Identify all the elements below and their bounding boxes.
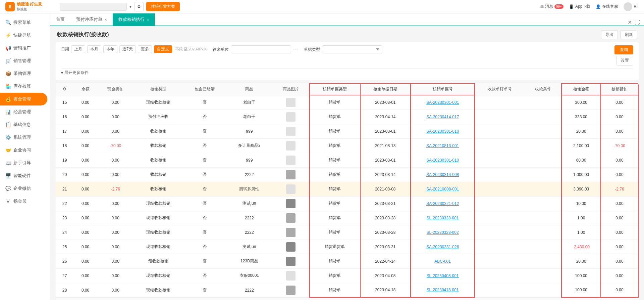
dots-separator: ··· [293, 47, 299, 52]
trial-button[interactable]: 体验行业方案 [146, 2, 180, 11]
setting-button[interactable]: 设置 [616, 56, 633, 66]
enterprise-icon: 🤝 [5, 147, 11, 153]
table-row: 200.000.00收款核销否2222销货单2023-03-14SA-20230… [56, 167, 638, 182]
cancel-bill-no-link[interactable]: SL-20230418-001 [427, 288, 459, 292]
row-number: 27 [56, 268, 73, 283]
date-custom-btn[interactable]: 自定义 [154, 45, 172, 53]
tab-close-prepay[interactable]: ✕ [104, 18, 107, 22]
date-range-display: 不限 至 2023-07-26 [175, 47, 207, 52]
sidebar-item-vip[interactable]: V畅会员 [0, 195, 50, 208]
table-row: 260.000.00预收款核销否123D商品销货单2022-04-14ABC-0… [56, 254, 638, 268]
header-row: ⚙余额现金折扣核销类型包含已结清商品商品图片核销单据类型核销单据日期核销单据号收… [56, 83, 638, 95]
table-row: 280.000.00现结收款核销否2222销货单2023-04-18SL-202… [56, 283, 638, 297]
col-header-balance: 余额 [73, 83, 97, 95]
purchase-icon: 📦 [5, 71, 11, 76]
tab-close-collection[interactable]: ✕ [147, 18, 149, 22]
sidebar-item-shortcut[interactable]: ⚡快捷导航 [0, 29, 50, 42]
cancel-bill-no-link[interactable]: SL-20230328-001 [427, 216, 459, 220]
col-header-cancel_bill_type: 核销单据类型 [310, 83, 360, 95]
tab-prepay[interactable]: 预付冲应付单✕ [70, 13, 113, 26]
sidebar-item-hardware[interactable]: 🖥️智能硬件 [0, 169, 50, 182]
export-button[interactable]: 导出 [601, 30, 618, 39]
bill-type-filter: 单据类型 [304, 45, 382, 53]
search-icon: 🔍 [5, 20, 11, 25]
table-row: 220.000.00现结收款核销否测试jun销货单2023-03-21SA-20… [56, 196, 638, 211]
cancel-bill-no-link[interactable]: SL-20230328-002 [427, 230, 459, 235]
table-footer: 40,556,66... 952.24 [56, 298, 639, 300]
messages-button[interactable]: ✉ 消息 99+ [540, 4, 564, 9]
cancel-bill-no-link[interactable]: SA-20210813-001 [426, 143, 459, 148]
sidebar-item-system[interactable]: ⚙️系统管理 [0, 131, 50, 144]
counterpart-input[interactable] [231, 45, 291, 53]
cancel-bill-no-link[interactable]: SL-20230408-001 [427, 273, 459, 278]
sidebar-label-sales: 销售管理 [13, 58, 31, 64]
sidebar-item-search[interactable]: 🔍搜索菜单 [0, 16, 50, 29]
sidebar-item-guide[interactable]: 📖新手引导 [0, 157, 50, 169]
expand-icon: ▾ [61, 71, 63, 75]
maximize-icon[interactable]: ⛶ [635, 19, 640, 26]
date-7days-btn[interactable]: 近7天 [119, 45, 136, 53]
sidebar-item-wechat[interactable]: 💬企业微信 [0, 182, 50, 195]
date-more-btn[interactable]: 更多 [138, 45, 152, 53]
close-window-icon[interactable]: ✕ [628, 19, 632, 26]
guide-icon: 📖 [5, 160, 11, 166]
user-label: Rit [634, 4, 639, 9]
row-number: 22 [56, 196, 73, 211]
url-bar[interactable] [60, 3, 127, 11]
counterpart-filter: 往来单位 ··· [213, 45, 299, 53]
col-header-cancel_amount: 核销金额 [561, 83, 600, 95]
expand-more-btn[interactable]: ▾ 展开更多条件 [61, 68, 633, 77]
date-label: 日期 [61, 46, 69, 52]
tab-home[interactable]: 首页 [50, 13, 70, 26]
date-prev-month-btn[interactable]: 上月 [71, 45, 85, 53]
col-header-cancel_discount: 核销折扣 [601, 83, 638, 95]
sidebar-item-operation[interactable]: 📊经营管理 [0, 105, 50, 118]
table-row: 160.000.00预付冲应收否老白干销货单2023-04-14SA-20230… [56, 110, 638, 124]
cancel-bill-no-link[interactable]: SA-20230414-017 [426, 115, 459, 119]
vip-icon: V [5, 199, 11, 204]
sidebar-label-finance: 资金管理 [13, 96, 31, 102]
row-number: 23 [56, 211, 73, 225]
logo-area: 6 畅捷通·好生意 标准版 [5, 1, 56, 12]
refresh-button[interactable]: 刷新 [621, 30, 637, 39]
sidebar-item-sales[interactable]: 🛒销售管理 [0, 54, 50, 67]
sidebar-item-basic[interactable]: 📋基础信息 [0, 118, 50, 131]
sidebar-label-wechat: 企业微信 [13, 185, 31, 191]
online-service-button[interactable]: 👤 在线客服 [596, 4, 618, 9]
date-this-month-btn[interactable]: 本月 [87, 45, 101, 53]
sidebar-item-finance[interactable]: 💰资金管理 [0, 93, 47, 105]
page-area: 收款核销执行(按收款) 导出 刷新 日期 上月 本月 本年 近7天 [50, 26, 644, 300]
user-area[interactable]: Rit [624, 2, 639, 11]
table-row: 180.00-70.00收款核销否多计量商品2销货单2021-08-13SA-2… [56, 138, 638, 153]
cancel-bill-no-link[interactable]: SA-20210808-001 [426, 187, 459, 191]
table-row: 230.000.00现结收款核销否2222销货单2023-03-28SL-202… [56, 211, 638, 225]
dropdown-arrow-icon[interactable]: ▾ [129, 4, 131, 9]
filter-top-row: 日期 上月 本月 本年 近7天 更多 自定义 不限 至 2023-07-26 [61, 45, 633, 66]
hardware-icon: 🖥️ [5, 173, 11, 178]
query-button[interactable]: 查询 [614, 45, 633, 54]
basic-icon: 📋 [5, 122, 11, 127]
cancel-bill-no-link[interactable]: ABC-001 [434, 259, 451, 264]
expand-label: 展开更多条件 [64, 70, 89, 76]
service-icon: 👤 [596, 4, 601, 9]
cancel-bill-no-link[interactable]: SA-20230301-010 [426, 129, 459, 134]
app-download-button[interactable]: 📱 App下载 [569, 4, 590, 9]
sidebar-item-marketing[interactable]: 📢营销推广 [0, 42, 50, 54]
cancel-bill-no-link[interactable]: SA-20230314-008 [426, 172, 459, 177]
sidebar-item-purchase[interactable]: 📦采购管理 [0, 67, 50, 80]
cancel-bill-no-link[interactable]: SA-20230321-012 [426, 201, 459, 206]
bill-type-select[interactable] [322, 45, 382, 53]
date-this-year-btn[interactable]: 本年 [103, 45, 117, 53]
cancel-bill-no-link[interactable]: SA-20230331-026 [426, 245, 459, 249]
settings-button[interactable]: ⚙ [134, 2, 144, 11]
cancel-bill-no-link[interactable]: SA-20230301-001 [426, 100, 459, 105]
sidebar-label-inventory: 库存核算 [13, 83, 31, 89]
sidebar-item-enterprise[interactable]: 🤝企业协同 [0, 144, 50, 157]
app-logo: 6 [5, 2, 15, 11]
tab-bar-actions: ✕ ⛶ [628, 19, 644, 26]
tab-collection[interactable]: 收款核销执行✕ [113, 13, 155, 26]
sidebar-item-inventory[interactable]: 🏪库存核算 [0, 80, 50, 93]
col-header-cash_discount: 现金折扣 [97, 83, 134, 95]
cancel-bill-no-link[interactable]: SA-20230301-010 [426, 158, 459, 163]
app-icon: 📱 [569, 4, 574, 9]
